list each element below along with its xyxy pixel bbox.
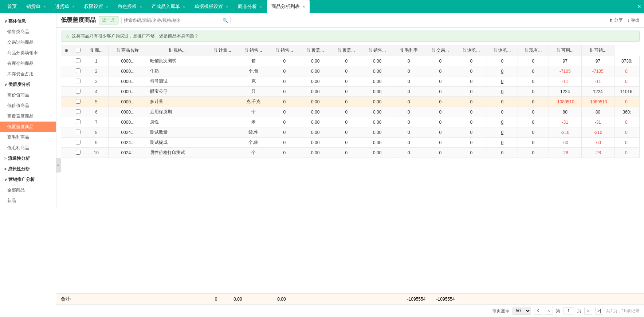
browse-link[interactable]: 0 <box>501 110 503 115</box>
sidebar-item-high-profit[interactable]: 高毛利商品 <box>0 132 56 143</box>
sidebar-item-high-value[interactable]: 高价值商品 <box>0 90 56 100</box>
browse-link[interactable]: 0 <box>501 120 503 125</box>
sidebar-section-growth[interactable]: > 成长性分析 <box>0 164 56 174</box>
table-container[interactable]: ⚙ ⇅ 商... ⇅ 商品名称 ⇅ 规格... ⇅ 计量... ⇅ 销售... … <box>56 45 644 293</box>
select-all-checkbox[interactable] <box>76 48 80 52</box>
nav-template-close[interactable]: × <box>226 0 228 13</box>
sidebar-section-circulation[interactable]: > 流通性分析 <box>0 153 56 164</box>
th-stock3[interactable]: ⇅ 可销... <box>581 45 614 56</box>
browse-link[interactable]: 0 <box>501 79 503 84</box>
next-page-button[interactable]: > <box>584 307 592 315</box>
th-sales2[interactable]: ⇅ 销售... <box>362 45 393 56</box>
sidebar-item-high-coverage[interactable]: 高覆盖度商品 <box>0 111 56 122</box>
nav-sales[interactable]: 销货单 × <box>22 0 50 13</box>
nav-product-analysis-list[interactable]: 商品分析列表 × <box>267 0 309 13</box>
th-code[interactable]: ⇅ 商... <box>84 45 109 56</box>
last-page-button[interactable]: >| <box>595 307 603 315</box>
sidebar-item-in-stock[interactable]: 有库存的商品 <box>0 58 56 69</box>
th-checkbox[interactable] <box>72 45 84 56</box>
export-button[interactable]: ↓ 导出 <box>627 17 640 23</box>
browse-link[interactable]: 0 <box>501 99 503 104</box>
nav-purchase-close[interactable]: × <box>72 0 74 13</box>
nav-permission-close[interactable]: × <box>106 0 108 13</box>
th-settings[interactable]: ⚙ <box>61 45 72 56</box>
search-input[interactable] <box>124 18 223 23</box>
browse-link[interactable]: 0 <box>501 89 503 94</box>
table-cell: 0.00 <box>362 107 393 117</box>
table-cell: 0 <box>518 117 549 127</box>
sidebar-item-low-value[interactable]: 低价值商品 <box>0 100 56 111</box>
sidebar-item-category-rate[interactable]: 商品分类动销率 <box>0 48 56 58</box>
sidebar-item-all-products[interactable]: 全部商品 <box>0 185 56 195</box>
table-cell <box>61 138 72 148</box>
row-checkbox[interactable] <box>76 140 80 144</box>
page-size-select[interactable]: 50 100 200 <box>513 307 531 315</box>
table-cell: 0 <box>487 97 518 107</box>
page-title: 低覆盖度商品 <box>61 16 96 24</box>
table-cell: 测试数量 <box>147 127 207 138</box>
sidebar-section-cluster[interactable]: ∨ 类群度分析 <box>0 79 56 90</box>
sidebar-collapse-button[interactable]: « <box>56 158 61 173</box>
nav-role[interactable]: 角色授权 × <box>113 0 146 13</box>
row-checkbox[interactable] <box>76 130 80 134</box>
th-browse2[interactable]: ⇅ 浏览... <box>487 45 518 56</box>
nav-role-close[interactable]: × <box>140 0 142 13</box>
row-checkbox[interactable] <box>76 99 80 104</box>
sidebar-item-low-profit[interactable]: 低毛利商品 <box>0 143 56 153</box>
browse-link[interactable]: 0 <box>501 59 503 64</box>
window-close-button[interactable]: × <box>637 3 641 11</box>
th-browse1[interactable]: ⇅ 浏览... <box>456 45 487 56</box>
browse-link[interactable]: 0 <box>501 140 503 145</box>
current-page-input[interactable] <box>563 307 574 314</box>
nav-permission[interactable]: 权限设置 × <box>80 0 113 13</box>
th-name[interactable]: ⇅ 商品名称 <box>109 45 147 56</box>
nav-product-analysis[interactable]: 商品分析 × <box>233 0 266 13</box>
sidebar-section-overall[interactable]: ∨ 整体信息 <box>0 16 56 27</box>
sidebar-section-marketing[interactable]: ∨ 营销推广分析 <box>0 174 56 185</box>
th-stock2[interactable]: ⇅ 可用... <box>549 45 581 56</box>
nav-product-warehouse[interactable]: 产成品入库单 × <box>147 0 189 13</box>
table-cell: 0: <box>614 76 639 87</box>
nav-product-analysis-list-close[interactable]: × <box>303 0 305 13</box>
table-cell: 0 <box>269 97 300 107</box>
table-cell: 0 <box>393 138 425 148</box>
row-checkbox[interactable] <box>76 68 80 73</box>
first-page-button[interactable]: K <box>534 307 542 315</box>
sidebar-item-low-coverage[interactable]: 低覆盖度商品 <box>0 122 56 132</box>
prev-page-button[interactable]: < <box>545 307 553 315</box>
sidebar-item-new-products[interactable]: 新品 <box>0 195 56 206</box>
browse-link[interactable]: 0 <box>501 150 503 155</box>
sidebar-item-stock-capital[interactable]: 库存资金占用 <box>0 69 56 79</box>
browse-link[interactable]: 0 <box>501 130 503 135</box>
th-gross[interactable]: ⇅ 毛利率 <box>393 45 425 56</box>
th-cover2[interactable]: ⇅ 覆盖... <box>331 45 362 56</box>
table-row: 50000...多计量克,千克00.0000.0000000-1089510-1… <box>61 97 640 107</box>
row-checkbox[interactable] <box>76 109 80 114</box>
nav-purchase[interactable]: 进货单 × <box>51 0 79 13</box>
sidebar-item-sales-products[interactable]: 销售类商品 <box>0 27 56 37</box>
row-checkbox[interactable] <box>76 89 80 94</box>
nav-template[interactable]: 单据模板设置 × <box>190 0 232 13</box>
row-checkbox[interactable] <box>76 58 80 63</box>
row-checkbox[interactable] <box>76 150 80 155</box>
th-cover1[interactable]: ⇅ 覆盖... <box>300 45 331 56</box>
th-salesamt[interactable]: ⇅ 销售... <box>269 45 300 56</box>
nav-product-analysis-close[interactable]: × <box>260 0 262 13</box>
th-salesqty[interactable]: ⇅ 销售... <box>238 45 269 56</box>
row-checkbox[interactable] <box>76 79 80 83</box>
row-checkbox[interactable] <box>76 119 80 124</box>
table-row: 100024...属性价格打印测试个00.0000.0000000-28-280… <box>61 148 640 158</box>
nav-product-warehouse-close[interactable]: × <box>183 0 185 13</box>
date-filter-button[interactable]: 近一月 <box>99 16 118 24</box>
th-stock1[interactable]: ⇅ 现有... <box>518 45 549 56</box>
th-trade[interactable]: ⇅ 交易... <box>425 45 456 56</box>
nav-home[interactable]: 首页 <box>3 0 21 13</box>
sidebar-item-traded-products[interactable]: 交易过的商品 <box>0 37 56 48</box>
search-box: 🔍 <box>121 17 231 24</box>
browse-link[interactable]: 0 <box>501 69 503 74</box>
share-button[interactable]: ⬆ 分享 <box>609 17 623 23</box>
th-spec[interactable]: ⇅ 规格... <box>147 45 207 56</box>
nav-sales-close[interactable]: × <box>43 0 46 13</box>
table-cell: 箱 <box>238 56 269 66</box>
th-unit[interactable]: ⇅ 计量... <box>207 45 238 56</box>
